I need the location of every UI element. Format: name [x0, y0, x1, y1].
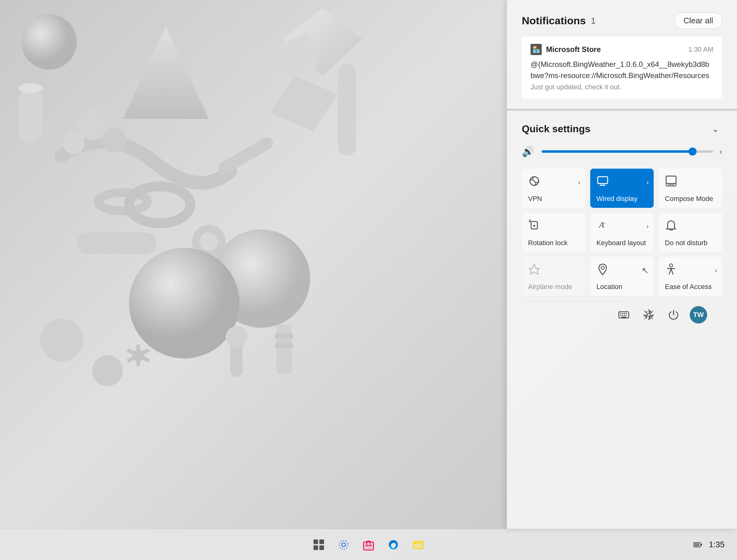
compose-mode-label: Compose Mode: [665, 194, 713, 203]
notifications-title-row: Notifications 1: [522, 15, 595, 27]
clock-time: 1:35: [709, 539, 725, 550]
wired-display-icon: [596, 175, 609, 190]
svg-point-12: [212, 48, 243, 79]
volume-slider-fill: [542, 150, 693, 153]
action-center-bottom-toolbar: TW: [522, 301, 722, 329]
quick-settings-expand-button[interactable]: ⌄: [708, 122, 722, 136]
taskbar-edge-icon[interactable]: [385, 536, 402, 553]
svg-text:*: *: [603, 222, 605, 227]
svg-point-62: [339, 540, 348, 549]
svg-rect-55: [621, 317, 626, 318]
qs-tile-location[interactable]: ↖ Location: [590, 257, 654, 296]
svg-marker-13: [270, 76, 338, 131]
svg-rect-48: [622, 313, 623, 314]
notification-card[interactable]: 🏪 Microsoft Store 1:30 AM @{Microsoft.Bi…: [522, 36, 722, 99]
qs-tile-vpn[interactable]: › VPN: [522, 169, 585, 208]
quick-settings-header: Quick settings ⌄: [522, 122, 722, 136]
svg-rect-3: [18, 88, 43, 143]
qs-tile-ease-of-access[interactable]: › Ease of Access: [659, 257, 722, 296]
action-center: Notifications 1 Clear all 🏪 Microsoft St…: [507, 0, 737, 529]
qs-tile-location-top: ↖: [596, 263, 649, 278]
notification-time: 1:30 AM: [688, 45, 713, 54]
ease-of-access-label: Ease of Access: [665, 282, 711, 292]
qs-tile-ease-of-access-top: ›: [665, 263, 717, 278]
qs-tile-wired-display-top: ›: [596, 175, 649, 190]
svg-rect-68: [413, 541, 417, 543]
svg-point-18: [63, 133, 84, 154]
qs-tile-keyboard-layout[interactable]: A * › Keyboard layout: [590, 213, 654, 252]
wallpaper-shapes: [0, 0, 553, 526]
qs-tile-airplane-mode[interactable]: Airplane mode: [522, 257, 585, 296]
svg-rect-59: [314, 545, 318, 550]
user-avatar[interactable]: TW: [690, 306, 707, 324]
ease-of-access-arrow-icon: ›: [715, 267, 717, 275]
location-label: Location: [596, 282, 622, 292]
svg-marker-1: [123, 27, 209, 119]
svg-rect-50: [626, 313, 627, 314]
volume-slider-thumb: [688, 147, 697, 156]
notifications-header: Notifications 1 Clear all: [522, 12, 722, 29]
qs-tile-wired-display[interactable]: › Wired display: [590, 169, 654, 208]
volume-expand-arrow[interactable]: ›: [719, 147, 722, 156]
qs-tile-rotation-lock[interactable]: Rotation lock: [522, 213, 585, 252]
svg-point-9: [200, 232, 218, 251]
wired-display-label: Wired display: [596, 194, 637, 203]
taskbar-center: [310, 536, 427, 553]
svg-point-61: [342, 543, 346, 547]
svg-rect-52: [622, 315, 623, 316]
qs-tile-do-not-disturb[interactable]: Do not disturb: [659, 213, 722, 252]
start-button[interactable]: [310, 536, 328, 553]
taskbar-store-icon[interactable]: [360, 536, 377, 553]
volume-slider[interactable]: [542, 150, 713, 153]
keyboard-layout-icon: A *: [596, 219, 609, 234]
rotation-lock-label: Rotation lock: [528, 239, 567, 248]
svg-point-23: [226, 326, 247, 348]
volume-icon: 🔊: [522, 146, 535, 157]
quick-settings-grid: › VPN › Wired dis: [522, 169, 722, 296]
qs-tile-airplane-mode-top: [528, 263, 580, 278]
do-not-disturb-label: Do not disturb: [665, 239, 707, 248]
svg-rect-25: [275, 334, 293, 338]
taskbar-right: 1:35: [693, 529, 725, 560]
location-icon: [596, 263, 609, 278]
qs-tile-compose-mode-top: [665, 175, 717, 190]
system-tray-battery[interactable]: [693, 540, 702, 549]
notification-app-name: Microsoft Store: [546, 45, 684, 54]
vpn-icon: [528, 175, 540, 190]
wired-display-arrow-icon: ›: [646, 179, 649, 187]
do-not-disturb-icon: [665, 219, 677, 234]
svg-rect-54: [626, 315, 627, 316]
svg-rect-36: [666, 176, 676, 184]
quick-settings-title: Quick settings: [522, 123, 590, 135]
notification-card-header: 🏪 Microsoft Store 1:30 AM: [530, 44, 713, 55]
vpn-arrow-icon: ›: [578, 179, 580, 187]
taskbar-explorer-icon[interactable]: [409, 536, 427, 553]
svg-point-17: [101, 128, 126, 153]
notification-body-line1: @{Microsoft.BingWeather_1.0.6.0_x64__8we…: [530, 59, 713, 70]
svg-point-10: [129, 248, 240, 359]
svg-point-45: [669, 264, 673, 267]
qs-tile-vpn-top: ›: [528, 175, 580, 190]
taskbar-clock[interactable]: 1:35: [709, 539, 725, 550]
notifications-section: Notifications 1 Clear all 🏪 Microsoft St…: [507, 0, 737, 109]
keyboard-button[interactable]: [615, 306, 632, 324]
airplane-mode-icon: [528, 263, 540, 278]
clear-all-button[interactable]: Clear all: [674, 12, 722, 29]
cursor-indicator: ↖: [641, 265, 649, 276]
svg-point-4: [18, 83, 43, 93]
svg-point-20: [40, 319, 83, 362]
svg-rect-47: [620, 313, 621, 314]
notifications-count: 1: [591, 16, 596, 26]
qs-tile-compose-mode[interactable]: Compose Mode: [659, 169, 722, 208]
svg-point-56: [647, 313, 650, 316]
svg-rect-7: [77, 232, 157, 254]
volume-row: 🔊 ›: [522, 146, 722, 157]
settings-button[interactable]: [640, 306, 657, 324]
rotation-lock-icon: [528, 219, 540, 234]
taskbar-settings-icon[interactable]: [335, 536, 352, 553]
svg-rect-32: [598, 177, 608, 184]
power-button[interactable]: [665, 306, 682, 324]
svg-rect-24: [277, 325, 292, 374]
svg-point-44: [601, 266, 604, 269]
svg-rect-58: [320, 539, 324, 544]
